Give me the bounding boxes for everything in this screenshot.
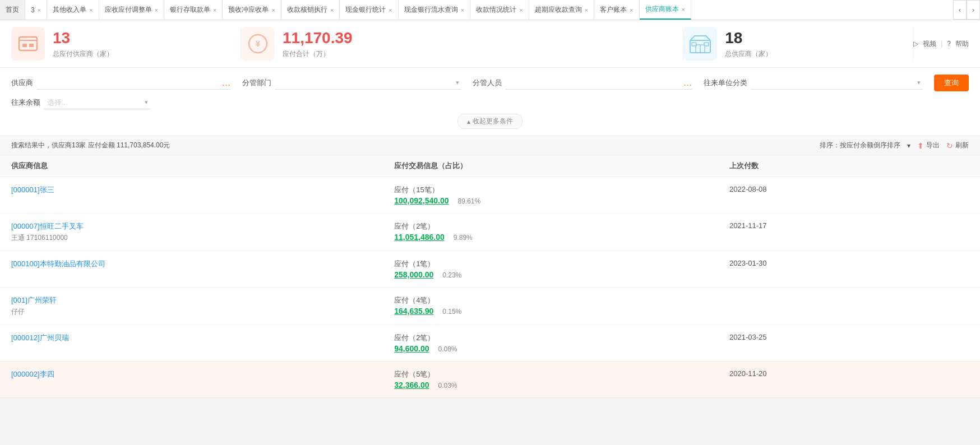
- supplier-link-5[interactable]: [000002]李四: [11, 370, 54, 378]
- nav-tab-6[interactable]: 收款核销执行×: [281, 0, 340, 20]
- tx-percent-3: 0.15%: [442, 308, 461, 316]
- supplier-contact-1: 王通 17106110000: [11, 233, 394, 243]
- transaction-cell-1: 应付（2笔） 11,051,486.00 9.89%: [394, 221, 729, 242]
- col-header-transaction: 应付交易信息（占比）: [394, 161, 729, 171]
- col-header-lastpay: 上次付数: [729, 161, 969, 171]
- tx-label-4: 应付（2笔）: [394, 333, 729, 343]
- refresh-button[interactable]: ↻ 刷新: [946, 141, 969, 150]
- tab-close-icon-6[interactable]: ×: [330, 7, 334, 13]
- collapse-button[interactable]: ▴ 收起更多条件: [457, 114, 523, 129]
- tab-close-icon-12[interactable]: ×: [682, 6, 685, 13]
- category-input[interactable]: [751, 76, 918, 89]
- tab-close-icon-11[interactable]: ×: [630, 7, 633, 13]
- help-link[interactable]: 帮助: [955, 39, 969, 49]
- nav-tab-8[interactable]: 现金银行流水查询×: [399, 0, 470, 20]
- category-dropdown-arrow[interactable]: ▾: [917, 79, 923, 86]
- tx-percent-0: 89.61%: [458, 197, 481, 205]
- nav-tab-3[interactable]: 应收应付调整单×: [99, 0, 164, 20]
- collapse-label: 收起更多条件: [473, 117, 513, 126]
- tx-amount-link-3[interactable]: 164,635.90: [394, 307, 433, 316]
- person-dots-icon[interactable]: …: [683, 78, 692, 88]
- balance-input[interactable]: [44, 96, 145, 109]
- tx-amount-link-4[interactable]: 94,600.00: [394, 344, 429, 353]
- nav-next-arrow[interactable]: ›: [967, 0, 980, 20]
- supplier-cell-2: [000100]本特勤油品有限公司: [11, 259, 394, 269]
- dept-input-wrap: ▾: [275, 76, 462, 90]
- tab-close-icon-5[interactable]: ×: [271, 7, 275, 13]
- dept-filter: 分管部门 ▾: [242, 76, 462, 90]
- table-row: [000002]李四 应付（5笔） 32,366.00 0.03% 2020-1…: [0, 361, 980, 398]
- lastpay-cell-4: 2021-03-25: [729, 333, 969, 341]
- tx-label-5: 应付（5笔）: [394, 369, 729, 379]
- tab-close-icon-9[interactable]: ×: [519, 7, 523, 13]
- total-payable-amount: 11,170.39: [283, 29, 353, 48]
- table-header: 供应商信息 应付交易信息（占比） 上次付数: [0, 155, 980, 177]
- table-body: [000001]张三 应付（15笔） 100,092,540.00 89.61%…: [0, 177, 980, 398]
- nav-tab-12[interactable]: 供应商账本×: [640, 0, 691, 20]
- total-suppliers-count: 18: [725, 29, 772, 48]
- supplier-link-1[interactable]: [000007]恒旺二手叉车: [11, 222, 84, 230]
- lastpay-cell-0: 2022-08-08: [729, 185, 969, 193]
- nav-tab-11[interactable]: 客户账本×: [594, 0, 639, 20]
- person-filter: 分管人员 …: [473, 76, 692, 90]
- nav-tab-0[interactable]: 首页: [0, 0, 25, 20]
- tx-amount-link-2[interactable]: 258,000.00: [394, 270, 433, 279]
- tab-close-icon-10[interactable]: ×: [585, 7, 588, 13]
- tab-close-icon-8[interactable]: ×: [461, 7, 464, 13]
- tab-close-icon-7[interactable]: ×: [389, 7, 392, 13]
- sort-dropdown-arrow[interactable]: ▾: [907, 142, 910, 150]
- lastpay-date-2: 2023-01-30: [729, 259, 767, 267]
- supplier-link-4[interactable]: [000012]广州贝瑞: [11, 333, 69, 342]
- export-button[interactable]: ⬆ 导出: [917, 141, 940, 150]
- payable-suppliers-count: 13: [53, 29, 113, 48]
- nav-tab-7[interactable]: 现金银行统计×: [340, 0, 398, 20]
- tx-amount-link-5[interactable]: 32,366.00: [394, 381, 429, 390]
- query-button[interactable]: 查询: [934, 75, 969, 91]
- dept-dropdown-arrow[interactable]: ▾: [456, 79, 461, 86]
- tx-percent-5: 0.03%: [438, 382, 457, 390]
- tab-close-icon-4[interactable]: ×: [213, 7, 216, 13]
- video-link[interactable]: 视频: [923, 39, 936, 49]
- collapse-icon: ▴: [467, 118, 470, 126]
- transaction-cell-4: 应付（2笔） 94,600.00 0.08%: [394, 333, 729, 353]
- tx-label-0: 应付（15笔）: [394, 185, 729, 195]
- balance-filter: 往来余额 ▾: [11, 96, 135, 109]
- dept-input[interactable]: [275, 76, 456, 89]
- tab-close-icon-1[interactable]: ×: [38, 7, 41, 13]
- nav-tab-9[interactable]: 收款情况统计×: [470, 0, 529, 20]
- result-summary: 搜索结果中，供应商13家 应付金额 111,703,854.00元: [11, 141, 170, 150]
- lastpay-cell-1: 2021-11-17: [729, 221, 969, 230]
- person-input-wrap: …: [505, 76, 692, 90]
- sort-label: 排序：按应付余额倒序排序: [820, 141, 900, 150]
- supplier-dots-icon[interactable]: …: [222, 78, 231, 88]
- nav-tab-10[interactable]: 超期应收款查询×: [529, 0, 594, 20]
- tab-close-icon-2[interactable]: ×: [89, 7, 93, 13]
- supplier-contact-3: 仔仔: [11, 307, 394, 317]
- tab-close-icon-3[interactable]: ×: [155, 7, 158, 13]
- person-input[interactable]: [505, 76, 682, 89]
- nav-tab-4[interactable]: 银行存取款单×: [164, 0, 223, 20]
- nav-tab-1[interactable]: 3×: [25, 0, 47, 20]
- person-filter-label: 分管人员: [473, 78, 502, 88]
- summary-total-suppliers-info: 18 总供应商（家）: [725, 29, 772, 59]
- lastpay-date-1: 2021-11-17: [729, 221, 767, 230]
- tx-amount-link-1[interactable]: 11,051,486.00: [394, 233, 445, 242]
- lastpay-cell-5: 2020-11-20: [729, 369, 969, 378]
- balance-dropdown-arrow[interactable]: ▾: [145, 99, 150, 106]
- nav-tab-5[interactable]: 预收冲应收单×: [223, 0, 281, 20]
- nav-tab-2[interactable]: 其他收入单×: [47, 0, 99, 20]
- result-bar: 搜索结果中，供应商13家 应付金额 111,703,854.00元 排序：按应付…: [0, 136, 980, 155]
- filter-bar: 供应商 … 分管部门 ▾ 分管人员 … 往来单位分类 ▾: [0, 68, 980, 136]
- supplier-link-0[interactable]: [000001]张三: [11, 186, 54, 194]
- supplier-link-2[interactable]: [000100]本特勤油品有限公司: [11, 259, 105, 268]
- nav-prev-arrow[interactable]: ‹: [953, 0, 967, 20]
- supplier-link-3[interactable]: [001]广州荣轩: [11, 296, 57, 304]
- transaction-cell-5: 应付（5笔） 32,366.00 0.03%: [394, 369, 729, 390]
- table-row: [000100]本特勤油品有限公司 应付（1笔） 258,000.00 0.23…: [0, 251, 980, 288]
- supplier-input-wrap: …: [36, 76, 231, 90]
- video-icon: ▷: [913, 40, 918, 48]
- supplier-input[interactable]: [36, 76, 221, 89]
- table-row: [000012]广州贝瑞 应付（2笔） 94,600.00 0.08% 2021…: [0, 325, 980, 361]
- export-label: 导出: [926, 141, 940, 150]
- tx-amount-link-0[interactable]: 100,092,540.00: [394, 196, 449, 205]
